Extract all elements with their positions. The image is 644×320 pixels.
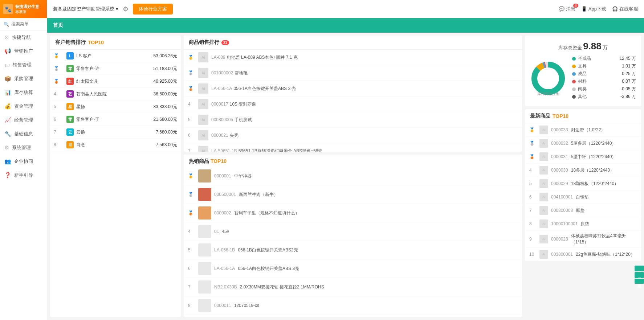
legend-value: 0.07 万 — [622, 78, 636, 85]
search-menu[interactable]: 🔍 搜索菜单 — [0, 18, 47, 30]
sidebar-item-purchase[interactable]: 📦 采购管理 — [0, 72, 47, 86]
product-thumb: Ai — [539, 166, 548, 175]
legend-label: 肉类 — [578, 86, 618, 92]
product-code: 0000029 — [551, 181, 568, 186]
product-name: 000001710S 变刹罗猴 — [211, 101, 518, 107]
sidebar-item-corp[interactable]: 👥 企业协同 — [0, 155, 47, 168]
product-thumbnail — [198, 243, 211, 257]
sidebar-item-operation[interactable]: 📈 经营管理 — [0, 113, 47, 127]
product-thumb: Ai — [539, 139, 548, 148]
legend-label: 半成品 — [578, 56, 617, 62]
product-thumb: Ai — [198, 99, 208, 109]
customer-name: 零售客户·于 — [76, 117, 99, 122]
product-name: 原垫 — [576, 208, 584, 214]
hot-product-row: 8 0000011 12070519-xs — [184, 296, 522, 315]
cs-hotline-button[interactable]: 客服热线 — [635, 266, 644, 271]
medal-icon: 🥇 — [54, 53, 59, 58]
inventory-chart: 库存资金占比 半成品 12.45 万 文具 1.01 万 成品 0.25 万 材… — [530, 56, 636, 101]
rank-indicator: 🥉 — [188, 86, 195, 91]
product-code: 01 — [214, 229, 219, 234]
sidebar-item-guide[interactable]: ❓ 新手引导 — [0, 168, 47, 182]
new-product-row: 9 Ai 0000028 体械荔枝味苏打饮品400毫升（1*15） — [525, 231, 641, 248]
customer-name: 苍南县人民医院 — [76, 91, 107, 97]
system-title: 装备及固定资产辅助管理系统 — [53, 6, 114, 12]
customer-ranking-panel: 客户销售排行 TOP10 🥇 L LS 客户 53,006.26元 🥈 零 零售… — [50, 36, 181, 317]
legend-dot — [572, 65, 576, 68]
hot-product-row: 4 01 45# — [184, 222, 522, 241]
sidebar-item-quick-nav[interactable]: ⊙ 快捷导航 — [0, 30, 47, 44]
sidebar-item-marketing[interactable]: 📢 营销推广 — [0, 44, 47, 58]
nav-label: 新手引导 — [14, 172, 33, 179]
sidebar-item-sales[interactable]: 🏷 销售管理 — [0, 58, 47, 72]
logo-icon: 🐾 — [3, 4, 13, 14]
legend-value: 12.45 万 — [620, 56, 636, 62]
trial-button[interactable]: 体验行业方案 — [133, 4, 173, 15]
notification-badge: 6 — [573, 4, 578, 8]
hot-product-row: 🥇 0000001 中华神器 — [184, 167, 522, 185]
product-sales-row: 🥉 Ai LA-056-1A056-1A白色按键开关盖ABS 3 壳 — [184, 81, 522, 97]
customer-rank-row: 8 肖 肖念 7,563.00元 — [50, 139, 181, 151]
product-code: 0000033 — [551, 127, 568, 132]
customer-rank-row: 7 云 云扬 7,680.00元 — [50, 126, 181, 139]
hot-product-row: 🥈 000500001 新西兰牛肉（新牛） — [184, 185, 522, 204]
hot-products-panel: 热销商品 TOP10 🥇 0000001 中华神器 🥈 000500001 新西… — [184, 155, 522, 317]
hot-products-header: 热销商品 TOP10 — [184, 155, 522, 167]
product-sales-row: 5 Ai 000800005手机测试 — [184, 112, 522, 128]
legend-label: 其他 — [578, 94, 618, 100]
product-sales-badge: 21 — [221, 40, 229, 45]
cs-community-button[interactable]: 服务社区 — [635, 272, 644, 278]
online-service-button[interactable]: 🎧 在线客服 — [612, 6, 638, 12]
product-code: 0000031 — [551, 154, 568, 159]
system-selector[interactable]: 装备及固定资产辅助管理系统 ▾ — [53, 6, 118, 12]
customer-badge: L — [66, 52, 74, 60]
product-code: 003800001 — [551, 252, 573, 257]
product-thumb: Ai — [539, 250, 548, 259]
rank-indicator: 8 — [188, 303, 195, 308]
right-column: 库存总资金 9.88 万 — [525, 36, 641, 317]
medal-icon: 🥈 — [54, 66, 59, 71]
legend-label: 文具 — [578, 63, 620, 69]
product-sales-row: 🥇 Ai LA-089电池盖 LA-089 ABS本色+黑种 7.1 克 — [184, 50, 522, 65]
customer-badge: 零 — [66, 116, 74, 123]
customer-badge: 苍 — [66, 90, 74, 98]
product-code: 0000001 — [214, 173, 231, 179]
customer-rank-row: 🥈 零 零售客户·许 51,183.00元 — [50, 62, 181, 75]
product-sales-row: 6 Ai 0000021夹壳 — [184, 128, 522, 143]
rank-indicator: 🥇 — [529, 127, 537, 132]
new-products-header: 最新商品 TOP10 — [525, 109, 641, 123]
marketing-icon: 📢 — [4, 48, 11, 54]
settings-icon[interactable]: ⚙ — [123, 5, 129, 13]
nav-label: 营销推广 — [14, 48, 33, 54]
customer-rank-row: 6 零 零售客户·于 21,680.00元 — [50, 113, 181, 126]
hot-products-list: 🥇 0000001 中华神器 🥈 000500001 新西兰牛肉（新牛） 🥉 0… — [184, 167, 522, 317]
product-name: 056-1B白色按键开关壳ABS2壳 — [238, 247, 298, 253]
product-name: 0000021夹壳 — [211, 132, 518, 139]
product-thumb: Ai — [539, 126, 548, 134]
new-product-row: 6 Ai 004100001 白钢垫 — [525, 190, 641, 204]
rank-indicator: 4 — [529, 168, 537, 173]
cs-live-button[interactable]: 直播 — [635, 279, 644, 284]
message-icon: 💬 — [559, 6, 564, 12]
sidebar-item-inventory[interactable]: 📊 库存核算 — [0, 86, 47, 99]
rank-table: 🥇 L LS 客户 53,006.26元 🥈 零 零售客户·许 51,183.0… — [50, 50, 181, 151]
notifications-button[interactable]: 💬 消息 6 — [559, 6, 575, 12]
product-code: 0000032 — [551, 141, 568, 146]
nav-label: 采购管理 — [14, 75, 33, 82]
legend-item: 文具 1.01 万 — [572, 63, 636, 69]
sidebar-item-system[interactable]: ⚙ 系统管理 — [0, 141, 47, 155]
legend-value: 1.01 万 — [622, 63, 636, 69]
sidebar: 🐾 畅捷通好生意 标准版 🔍 搜索菜单 ⊙ 快捷导航 📢 营销推广 🏷 销售管理… — [0, 0, 47, 320]
product-name: 12070519-xs — [234, 303, 259, 308]
product-thumb: Ai — [198, 68, 208, 78]
product-name: LA-056-1A056-1A白色按键开关盖ABS 3 壳 — [211, 86, 518, 92]
legend-dot — [572, 57, 576, 61]
rank-indicator: 6 — [188, 133, 195, 138]
app-download-button[interactable]: 📱 App下载 — [581, 6, 606, 12]
sidebar-item-finance[interactable]: 💰 资金管理 — [0, 99, 47, 113]
finance-icon: 💰 — [4, 103, 11, 110]
sidebar-item-basic[interactable]: 🔧 基础信息 — [0, 127, 47, 141]
rank-indicator: 5 — [529, 181, 537, 186]
customer-badge: 肖 — [66, 141, 74, 148]
rank-indicator: 🥈 — [188, 192, 195, 197]
product-thumb: Ai — [198, 130, 208, 140]
